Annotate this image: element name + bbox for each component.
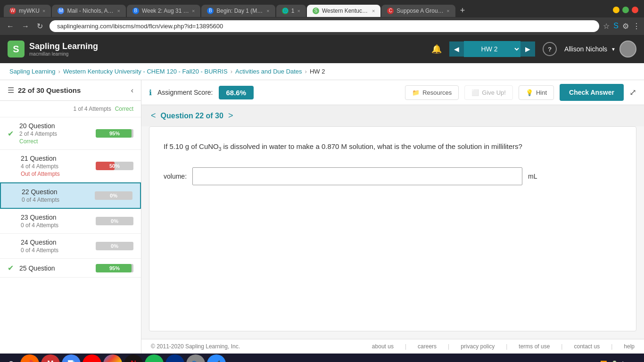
forward-button[interactable]: →	[19, 21, 32, 32]
reload-button[interactable]: ↻	[34, 21, 46, 32]
hint-button[interactable]: 💡 Hint	[519, 85, 554, 100]
question-item-24[interactable]: 24 Question 0 of 4 Attempts 0%	[0, 234, 141, 259]
tab-begin[interactable]: B Begin: Day 1 (Mon... ×	[201, 5, 275, 17]
check-icon-25: ✔	[8, 263, 14, 272]
terms-of-use-link[interactable]: terms of use	[519, 343, 550, 350]
back-button[interactable]: ←	[4, 21, 17, 32]
app-title: Sapling Learning	[29, 41, 98, 51]
taskbar-google-play[interactable]: ▶	[103, 354, 122, 362]
info-icon: ℹ	[149, 88, 152, 97]
tab-wku[interactable]: 🌐 1 ×	[276, 5, 306, 17]
privacy-policy-link[interactable]: privacy policy	[461, 343, 495, 350]
hw-next-button[interactable]: ▶	[520, 41, 535, 57]
logo-icon: S	[8, 41, 25, 58]
close-icon[interactable]: ×	[266, 8, 269, 14]
question-prev-button[interactable]: <	[151, 111, 156, 121]
question-22-attempts: 0 of 4 Attempts	[22, 197, 89, 203]
tab-suppose[interactable]: C Suppose A Group C... ×	[381, 5, 455, 17]
resources-button[interactable]: 📁 Resources	[405, 85, 459, 100]
breadcrumb-sep-1: ›	[58, 68, 60, 75]
question-24-attempts: 0 of 4 Attempts	[21, 247, 90, 254]
question-23-attempts: 0 of 4 Attempts	[21, 222, 90, 229]
taskbar-chrome[interactable]	[20, 354, 39, 362]
fullscreen-button[interactable]: ⤢	[629, 87, 636, 98]
sidebar-header: ☰ 22 of 30 Questions ‹	[0, 80, 141, 101]
close-icon[interactable]: ×	[446, 8, 449, 14]
question-20-label: 20 Question	[19, 122, 90, 130]
taskbar-disney[interactable]: D+	[165, 354, 184, 362]
page-footer: © 2011-2020 Sapling Learning, Inc. about…	[141, 339, 644, 354]
question-item-22[interactable]: 22 Question 0 of 4 Attempts 0%	[0, 182, 141, 209]
user-name: Allison Nichols	[564, 45, 607, 53]
breadcrumb-sapling[interactable]: Sapling Learning	[9, 68, 56, 75]
hw-prev-button[interactable]: ◀	[449, 41, 464, 57]
close-icon[interactable]: ×	[192, 8, 195, 14]
breadcrumb-activities[interactable]: Activities and Due Dates	[235, 68, 302, 75]
question-22-progress: 0%	[95, 191, 132, 200]
browser-chrome: W myWKU × M Mail - Nichols, Alli... × B …	[0, 0, 644, 35]
address-bar[interactable]	[50, 20, 599, 32]
star-icon[interactable]: ☆	[603, 22, 610, 31]
question-item-23[interactable]: 23 Question 0 of 4 Attempts 0%	[0, 209, 141, 234]
skype-icon[interactable]: S	[613, 22, 619, 31]
sidebar-collapse-button[interactable]: ‹	[131, 86, 133, 95]
give-up-button[interactable]: ⬜ Give Up!	[464, 85, 513, 100]
breadcrumb-sep-2: ›	[231, 68, 232, 75]
question-20-progress: 95%	[96, 129, 133, 138]
tab-mywku[interactable]: W myWKU ×	[4, 5, 51, 17]
taskbar-gmail[interactable]: M	[41, 354, 60, 362]
close-icon[interactable]: ×	[42, 8, 45, 14]
taskbar-unknown[interactable]: 🐾	[186, 354, 205, 362]
help-link[interactable]: help	[624, 343, 635, 350]
question-item-20[interactable]: ✔ 20 Question 2 of 4 Attempts Correct 95…	[0, 117, 141, 150]
question-text: If 5.10 g of CuNO3 is dissolved in water…	[164, 141, 622, 153]
question-22-label: 22 Question	[22, 188, 89, 196]
tab-sapling[interactable]: S Western Kentucky... ×	[307, 5, 380, 17]
help-button[interactable]: ?	[543, 42, 557, 56]
close-icon[interactable]: ×	[297, 8, 300, 14]
question-20-status: Correct	[19, 138, 90, 145]
window-close[interactable]	[632, 7, 638, 13]
question-card: If 5.10 g of CuNO3 is dissolved in water…	[149, 126, 636, 331]
close-icon[interactable]: ×	[117, 8, 120, 14]
tab-week2[interactable]: B Week 2: Aug 31 - S... ×	[127, 5, 200, 17]
question-21-label: 21 Question	[21, 155, 90, 162]
list-icon: ☰	[8, 86, 14, 95]
answer-input[interactable]	[192, 167, 522, 185]
answer-row: volume: mL	[164, 167, 622, 185]
extensions-icon[interactable]: ⚙	[622, 22, 629, 31]
new-tab-button[interactable]: +	[456, 4, 469, 17]
sidebar-body: 1 of 4 Attempts Correct ✔ 20 Question 2 …	[0, 101, 141, 354]
app-header: S Sapling Learning macmillan learning 🔔 …	[0, 35, 644, 63]
taskbar-spotify[interactable]: ♪	[145, 354, 164, 362]
hw-dropdown[interactable]: HW 2	[464, 41, 520, 57]
notification-bell[interactable]: 🔔	[431, 44, 442, 54]
window-minimize[interactable]	[613, 7, 619, 13]
taskbar-info: 📶 🔋 ℹ 3:20	[600, 361, 640, 362]
taskbar-docs[interactable]: 📄	[62, 354, 81, 362]
breadcrumb-wku[interactable]: Western Kentucky University - CHEM 120 -…	[63, 68, 228, 75]
close-icon[interactable]: ×	[372, 8, 375, 14]
taskbar-youtube[interactable]: ▶	[83, 354, 101, 362]
tab-mail[interactable]: M Mail - Nichols, Alli... ×	[52, 5, 125, 17]
question-21-progress: 50%	[96, 162, 133, 170]
menu-icon[interactable]: ⋮	[633, 22, 640, 31]
question-item-25[interactable]: ✔ 25 Question 95%	[0, 259, 141, 278]
check-answer-button[interactable]: Check Answer	[560, 84, 624, 101]
window-maximize[interactable]	[622, 7, 629, 13]
contact-us-link[interactable]: contact us	[574, 343, 600, 350]
toolbar: ℹ Assignment Score: 68.6% 📁 Resources ⬜ …	[141, 80, 644, 105]
hw-navigation: ◀ HW 2 ▶	[449, 41, 535, 57]
question-23-label: 23 Question	[21, 214, 90, 221]
taskbar-netflix[interactable]: N	[124, 354, 143, 362]
user-menu[interactable]: Allison Nichols ▼	[564, 41, 636, 58]
right-panel: ℹ Assignment Score: 68.6% 📁 Resources ⬜ …	[141, 80, 644, 354]
sidebar: ☰ 22 of 30 Questions ‹ 1 of 4 Attempts C…	[0, 80, 141, 354]
taskbar-zoom[interactable]: 📹	[207, 354, 226, 362]
question-item-21[interactable]: 21 Question 4 of 4 Attempts Out of Attem…	[0, 150, 141, 182]
breadcrumb: Sapling Learning › Western Kentucky Univ…	[0, 63, 644, 80]
taskbar-system-button[interactable]: ⊙	[4, 357, 18, 362]
question-next-button[interactable]: >	[228, 111, 233, 121]
about-us-link[interactable]: about us	[372, 343, 394, 350]
careers-link[interactable]: careers	[418, 343, 437, 350]
